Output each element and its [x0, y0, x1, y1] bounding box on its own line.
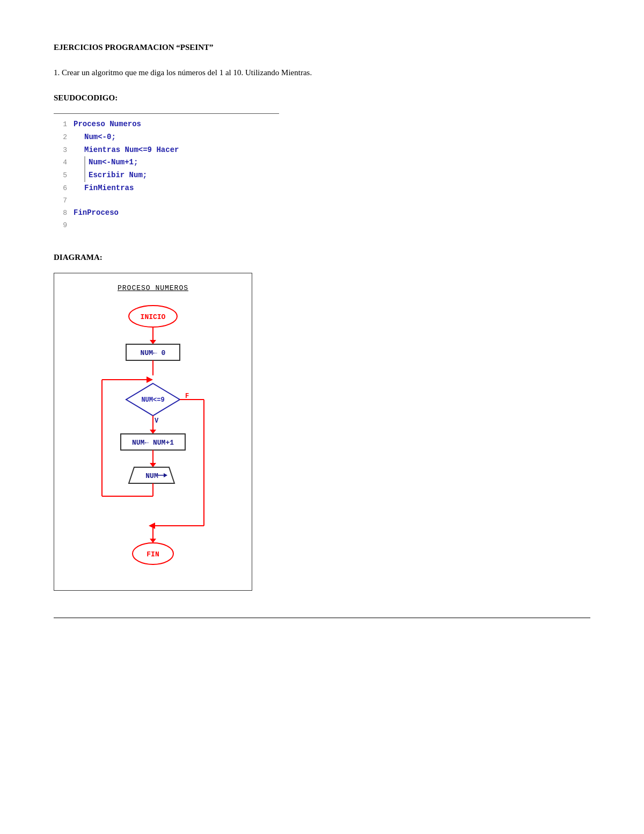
- code-line-6: 6 FinMientras: [54, 182, 279, 195]
- svg-marker-18: [150, 463, 156, 467]
- flowchart-svg: INICIO NUM← 0 NUM<=9 F V: [70, 300, 236, 579]
- diagram-title-label: DIAGRAMA:: [54, 253, 590, 262]
- svg-text:NUM<=9: NUM<=9: [141, 396, 164, 404]
- code-block: 1 Proceso Numeros 2 Num<-0; 3 Mientras N…: [54, 113, 279, 231]
- svg-text:F: F: [185, 393, 189, 400]
- bottom-divider: [54, 618, 590, 618]
- code-line-5: 5 Escribir Num;: [54, 169, 279, 182]
- svg-text:NUM← 0: NUM← 0: [141, 349, 166, 357]
- svg-text:NUM← NUM+1: NUM← NUM+1: [132, 439, 174, 447]
- code-line-3: 3 Mientras Num<=9 Hacer: [54, 144, 279, 157]
- svg-marker-8: [147, 376, 153, 383]
- pseudocode-section: SEUDOCODIGO: 1 Proceso Numeros 2 Num<-0;…: [54, 93, 590, 231]
- svg-text:FIN: FIN: [147, 550, 159, 559]
- exercise-text: 1. Crear un algoritmo que me diga los nú…: [54, 68, 590, 77]
- code-line-4: 4 Num<-Num+1;: [54, 156, 279, 169]
- code-line-1: 1 Proceso Numeros: [54, 118, 279, 131]
- svg-marker-31: [150, 539, 156, 543]
- diagram-box: PROCESO NUMEROS INICIO NUM← 0 NUM<=9 F: [54, 273, 252, 591]
- svg-marker-29: [149, 523, 155, 529]
- code-line-9: 9: [54, 220, 279, 231]
- svg-text:V: V: [155, 417, 159, 425]
- code-line-7: 7: [54, 195, 279, 207]
- pseudocode-title: SEUDOCODIGO:: [54, 93, 590, 103]
- code-line-8: 8 FinProceso: [54, 207, 279, 220]
- svg-text:INICIO: INICIO: [141, 313, 166, 321]
- svg-marker-14: [150, 430, 156, 434]
- svg-marker-3: [150, 340, 156, 344]
- diagram-process-title: PROCESO NUMEROS: [65, 284, 241, 292]
- code-line-2: 2 Num<-0;: [54, 131, 279, 144]
- svg-text:NUM: NUM: [145, 472, 158, 480]
- diagram-section: DIAGRAMA: PROCESO NUMEROS INICIO NUM← 0 …: [54, 253, 590, 591]
- page-title: EJERCICIOS PROGRAMACION “PSEINT”: [54, 43, 590, 52]
